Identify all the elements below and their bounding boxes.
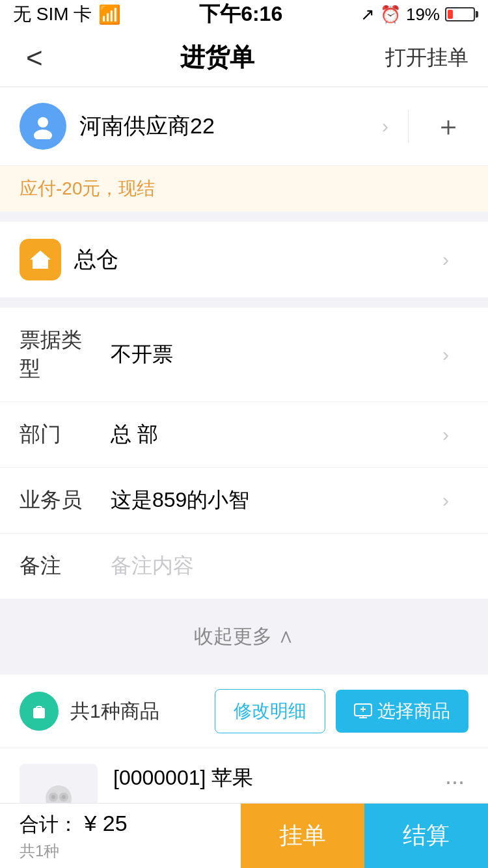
dept-value: 总 部 [98, 420, 442, 449]
status-left: 无 SIM 卡 📶 [13, 2, 121, 27]
edit-detail-button[interactable]: 修改明细 [215, 689, 325, 733]
dept-row[interactable]: 部门 总 部 › [0, 402, 488, 468]
wifi-icon: 📶 [98, 4, 121, 25]
page-title: 进货单 [180, 41, 254, 74]
invoice-label: 票据类型 [20, 326, 98, 383]
product-count: 共1种商品 [70, 698, 215, 725]
hang-button[interactable]: 挂单 [241, 804, 364, 868]
sales-chevron-icon: › [442, 489, 449, 511]
divider [408, 110, 409, 142]
supplier-row[interactable]: 河南供应商22 › ＋ [0, 87, 488, 166]
supplier-chevron-icon: › [382, 115, 388, 137]
svg-point-12 [51, 795, 55, 799]
sales-value: 这是859的小智 [98, 486, 442, 515]
battery-percent: 19% [406, 5, 440, 25]
dept-chevron-icon: › [442, 424, 449, 446]
collapse-toggle[interactable]: 收起更多 ∧ [0, 609, 488, 664]
bottom-bar: 合计： ¥ 25 共1种 挂单 结算 [0, 803, 488, 868]
add-supplier-button[interactable]: ＋ [428, 108, 468, 144]
remark-label: 备注 [20, 552, 98, 580]
svg-rect-3 [33, 708, 45, 718]
total-amount: 合计： ¥ 25 [20, 811, 221, 838]
status-bar: 无 SIM 卡 📶 下午6:16 ↗ ⏰ 19% [0, 0, 488, 29]
product-code: [0000001] [113, 766, 206, 789]
invoice-row[interactable]: 票据类型 不开票 › [0, 308, 488, 402]
supplier-notice: 应付-20元，现结 [0, 166, 488, 211]
warehouse-chevron-icon: › [442, 249, 449, 271]
invoice-chevron-icon: › [442, 344, 449, 366]
battery-icon [445, 7, 475, 21]
select-product-button[interactable]: 选择商品 [336, 690, 468, 733]
remark-value[interactable]: 备注内容 [98, 552, 468, 580]
open-hang-button[interactable]: 打开挂单 [385, 44, 468, 72]
sales-label: 业务员 [20, 486, 98, 515]
product-title: 苹果 [211, 766, 253, 789]
total-label: 合计： [20, 813, 78, 835]
carrier-text: 无 SIM 卡 [13, 2, 92, 27]
nav-bar: < 进货单 打开挂单 [0, 29, 488, 87]
supplier-name: 河南供应商22 [79, 111, 382, 141]
select-product-label: 选择商品 [377, 699, 450, 724]
svg-point-13 [62, 795, 66, 799]
status-time: 下午6:16 [199, 0, 282, 29]
sales-row[interactable]: 业务员 这是859的小智 › [0, 468, 488, 534]
location-icon: ↗ [360, 5, 375, 25]
form-card: 票据类型 不开票 › 部门 总 部 › 业务员 这是859的小智 › 备注 备注… [0, 308, 488, 599]
invoice-value: 不开票 [98, 340, 442, 369]
supplier-avatar [20, 103, 66, 150]
main-content: 河南供应商22 › ＋ 应付-20元，现结 总仓 › 票据类型 不开票 › 部 [0, 87, 488, 868]
back-button[interactable]: < [20, 35, 49, 81]
svg-point-1 [34, 129, 52, 139]
status-right: ↗ ⏰ 19% [360, 5, 475, 25]
warehouse-card: 总仓 › [0, 222, 488, 297]
supplier-card: 河南供应商22 › ＋ 应付-20元，现结 [0, 87, 488, 211]
warehouse-name: 总仓 [74, 245, 442, 275]
warehouse-icon [20, 239, 61, 280]
product-more-button[interactable]: ··· [441, 764, 468, 799]
warehouse-row[interactable]: 总仓 › [0, 222, 488, 297]
total-section: 合计： ¥ 25 共1种 [0, 804, 241, 868]
product-header: 共1种商品 修改明细 选择商品 [0, 675, 488, 748]
dept-label: 部门 [20, 420, 98, 449]
total-value: ¥ 25 [84, 811, 127, 835]
product-name: [0000001] 苹果 [113, 764, 441, 793]
svg-point-0 [38, 117, 48, 128]
remark-row[interactable]: 备注 备注内容 [0, 534, 488, 599]
svg-marker-2 [30, 251, 51, 269]
alarm-icon: ⏰ [380, 5, 401, 25]
product-icon [20, 692, 59, 731]
settle-button[interactable]: 结算 [364, 804, 488, 868]
total-count: 共1种 [20, 841, 221, 861]
